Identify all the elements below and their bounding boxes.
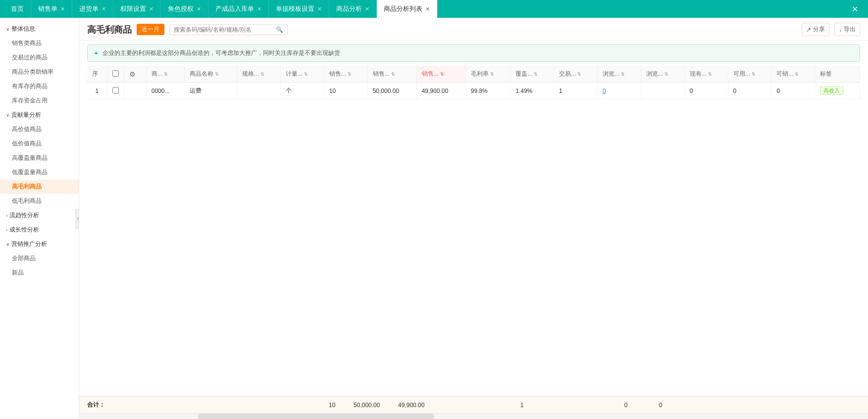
cell-sales-cost: 49,900.00: [416, 83, 465, 99]
nav-role-auth[interactable]: 角色授权 ✕: [161, 0, 208, 18]
close-purchase-order[interactable]: ✕: [102, 6, 106, 12]
cell-unit: 个: [280, 83, 324, 99]
th-view1[interactable]: 浏览... ⇅: [597, 66, 641, 83]
filter-button[interactable]: 近一月: [137, 24, 164, 35]
close-product-inbound[interactable]: ✕: [257, 6, 261, 12]
sidebar-item-low-margin[interactable]: 低毛利商品: [0, 194, 79, 208]
footer-transaction: 1: [489, 402, 528, 409]
th-transaction[interactable]: 交易... ⇅: [554, 66, 598, 83]
th-view2[interactable]: 浏览... ⇅: [641, 66, 684, 83]
info-banner: ✦ 企业的主要的利润都是这部分商品创造的，可考虑加大推广，同时关注库存是不要出现…: [87, 45, 860, 62]
share-button[interactable]: ↗ 分享: [802, 23, 829, 36]
data-table: 序 ⚙ 商... ⇅: [87, 66, 860, 99]
cell-spec: [237, 83, 281, 99]
sort-icon-sales-qty: ⇅: [348, 72, 352, 77]
close-template-settings[interactable]: ✕: [317, 6, 322, 12]
sidebar-group-overall-info[interactable]: ∨ 整体信息: [0, 22, 79, 36]
arrow-right-icon-2: ›: [6, 227, 7, 233]
sort-icon-available-stock: ⇅: [752, 72, 756, 77]
th-coverage[interactable]: 覆盖... ⇅: [511, 66, 554, 83]
footer-label: 合计：: [87, 401, 142, 409]
sort-icon-coverage: ⇅: [534, 72, 538, 77]
close-permission-settings[interactable]: ✕: [149, 6, 153, 12]
sidebar-item-high-value[interactable]: 高价值商品: [0, 122, 79, 137]
sidebar-item-new-goods[interactable]: 新品: [0, 266, 79, 280]
sidebar-item-traded-goods[interactable]: 交易过的商品: [0, 50, 79, 65]
th-name[interactable]: 商品名称 ⇅: [184, 66, 237, 83]
cell-view2: [641, 83, 684, 99]
content-header: 高毛利商品 近一月 🔍 ↗ 分享 ↓ 导出: [79, 18, 868, 41]
cell-view1[interactable]: 0: [597, 83, 641, 99]
cell-sales-amount: 50,000.00: [367, 83, 416, 99]
nav-template-settings[interactable]: 单据模板设置 ✕: [269, 0, 329, 18]
sidebar: ∨ 整体信息 销售类商品 交易过的商品 商品分类助销率 有库存的商品 库存资金占…: [0, 18, 79, 419]
th-spec[interactable]: 规格... ⇅: [237, 66, 281, 83]
close-sales-order[interactable]: ✕: [60, 6, 65, 12]
th-check[interactable]: [107, 66, 124, 83]
th-sales-amount[interactable]: 销售... ⇅: [367, 66, 416, 83]
arrow-down-icon-2: ∨: [6, 112, 9, 118]
th-index: 序: [87, 66, 107, 83]
nav-home[interactable]: 首页: [4, 0, 31, 18]
export-button[interactable]: ↓ 导出: [834, 23, 860, 36]
table-container[interactable]: 序 ⚙ 商... ⇅: [79, 66, 868, 396]
cell-check[interactable]: [107, 83, 124, 99]
table-header-row: 序 ⚙ 商... ⇅: [87, 66, 860, 83]
th-available-stock[interactable]: 可用... ⇅: [728, 66, 771, 83]
nav-product-analysis-list[interactable]: 商品分析列表 ✕: [377, 0, 437, 18]
close-role-auth[interactable]: ✕: [197, 6, 201, 12]
th-unit[interactable]: 计量... ⇅: [280, 66, 324, 83]
nav-sales-order[interactable]: 销售单 ✕: [31, 0, 72, 18]
table-row: 1 0000... 运费: [87, 83, 860, 99]
sidebar-item-sales-goods[interactable]: 销售类商品: [0, 36, 79, 50]
footer-sales-amount: 50,000.00: [340, 402, 385, 409]
sidebar-item-low-value[interactable]: 低价值商品: [0, 137, 79, 151]
search-input[interactable]: [174, 26, 273, 33]
bottom-scrollbar[interactable]: [79, 413, 868, 419]
search-box: 🔍: [169, 24, 288, 35]
sidebar-item-high-coverage[interactable]: 高覆盖量商品: [0, 151, 79, 165]
sidebar-item-low-coverage[interactable]: 低覆盖量商品: [0, 165, 79, 180]
sidebar-group-contribution[interactable]: ∨ 贡献量分析: [0, 108, 79, 122]
page-title: 高毛利商品: [87, 24, 132, 36]
th-saleable-stock[interactable]: 可销... ⇅: [771, 66, 815, 83]
sidebar-group-marketing[interactable]: ∨ 营销推广分析: [0, 237, 79, 251]
row-checkbox[interactable]: [112, 87, 119, 93]
th-tag[interactable]: 标签: [815, 66, 860, 83]
close-product-analysis-list[interactable]: ✕: [425, 6, 430, 12]
sort-icon-unit: ⇅: [304, 72, 308, 77]
cell-gross-margin: 99.8%: [465, 83, 511, 99]
sort-icon-saleable-stock: ⇅: [795, 72, 799, 77]
sidebar-group-growth[interactable]: › 成长性分析: [0, 223, 79, 237]
nav-permission-settings[interactable]: 权限设置 ✕: [113, 0, 161, 18]
export-icon: ↓: [839, 26, 842, 33]
sidebar-item-all-goods[interactable]: 全部商品: [0, 251, 79, 266]
footer-sales-cost: 49,900.00: [385, 402, 429, 409]
th-settings[interactable]: ⚙: [124, 66, 146, 83]
sidebar-collapse-button[interactable]: «: [75, 209, 79, 229]
search-icon[interactable]: 🔍: [276, 26, 283, 33]
sort-icon-sales-amount: ⇅: [391, 72, 395, 77]
sidebar-item-inventory-capital[interactable]: 库存资金占用: [0, 93, 79, 108]
sidebar-item-category-rate[interactable]: 商品分类助销率: [0, 65, 79, 79]
th-sales-cost[interactable]: 销售... ⇅: [416, 66, 465, 83]
sidebar-group-trend[interactable]: › 流趋性分析: [0, 208, 79, 223]
close-window-button[interactable]: ✕: [846, 4, 864, 14]
th-current-stock[interactable]: 现有... ⇅: [684, 66, 728, 83]
th-sales-qty[interactable]: 销售... ⇅: [324, 66, 367, 83]
settings-icon[interactable]: ⚙: [129, 70, 136, 78]
sort-icon-spec: ⇅: [260, 72, 264, 77]
footer-available-stock: 0: [632, 402, 667, 409]
nav-product-inbound[interactable]: 产成品入库单 ✕: [208, 0, 269, 18]
select-all-checkbox[interactable]: [112, 70, 119, 77]
th-code[interactable]: 商... ⇅: [146, 66, 184, 83]
th-gross-margin[interactable]: 毛利率 ⇅: [465, 66, 511, 83]
close-product-analysis[interactable]: ✕: [365, 6, 369, 12]
sidebar-item-in-stock-goods[interactable]: 有库存的商品: [0, 79, 79, 93]
sidebar-item-high-margin[interactable]: 高毛利商品: [0, 180, 79, 194]
nav-product-analysis[interactable]: 商品分析 ✕: [329, 0, 377, 18]
content-area: 高毛利商品 近一月 🔍 ↗ 分享 ↓ 导出 ✦ 企业的主要的利润都是这部分商品创…: [79, 18, 868, 419]
cell-saleable-stock: 0: [771, 83, 815, 99]
arrow-down-icon-3: ∨: [6, 241, 9, 247]
nav-purchase-order[interactable]: 进货单 ✕: [72, 0, 113, 18]
